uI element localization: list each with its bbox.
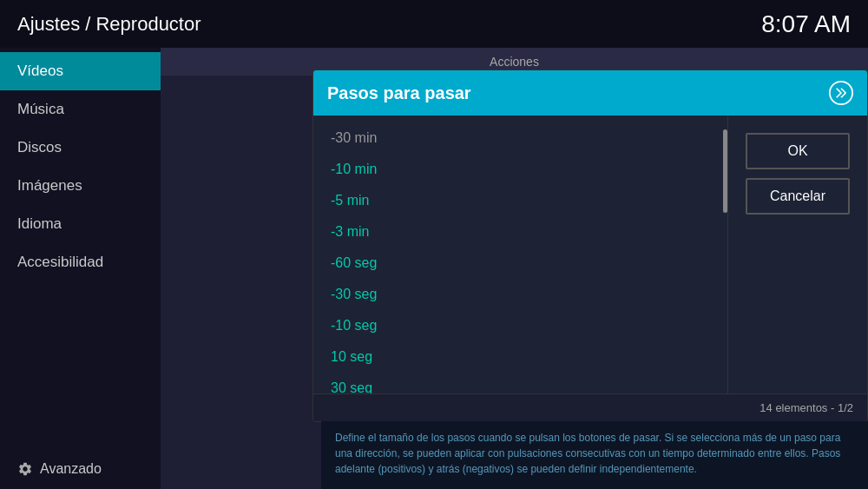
- sidebar-item-musica[interactable]: Música: [0, 90, 161, 129]
- sidebar-item-advanced[interactable]: Avanzado: [0, 449, 161, 489]
- list-item[interactable]: 30 seg: [313, 373, 727, 393]
- list-item[interactable]: -30 min: [313, 122, 727, 154]
- list-item[interactable]: -30 seg: [313, 279, 727, 310]
- header: Ajustes / Reproductor 8:07 AM: [0, 0, 868, 48]
- kodi-logo-icon[interactable]: [829, 81, 853, 105]
- advanced-label: Avanzado: [40, 461, 102, 477]
- main-layout: Vídeos Música Discos Imágenes Idioma Acc…: [0, 48, 868, 489]
- sidebar-item-discos[interactable]: Discos: [0, 129, 161, 167]
- sidebar-item-idioma[interactable]: Idioma: [0, 205, 161, 243]
- gear-icon: [17, 461, 33, 477]
- dialog-body: -30 min -10 min -5 min -3 min -60 seg: [313, 116, 867, 393]
- list-item[interactable]: -5 min: [313, 185, 727, 216]
- description-bar: Define el tamaño de los pasos cuando se …: [321, 421, 868, 489]
- ok-button[interactable]: OK: [746, 133, 850, 169]
- content-area: Acciones min, 10 min | -10 min, 750 ms A…: [161, 48, 868, 489]
- list-item[interactable]: -10 min: [313, 154, 727, 185]
- dialog-footer: 14 elementos - 1/2: [313, 393, 867, 421]
- dialog: Pasos para pasar -30 min -10 min: [312, 69, 868, 422]
- sidebar-item-accesibilidad[interactable]: Accesibilidad: [0, 243, 161, 281]
- list-item[interactable]: -10 seg: [313, 310, 727, 341]
- sidebar: Vídeos Música Discos Imágenes Idioma Acc…: [0, 48, 161, 489]
- buttons-panel: OK Cancelar: [728, 116, 867, 393]
- dialog-title: Pasos para pasar: [327, 83, 471, 103]
- list-panel[interactable]: -30 min -10 min -5 min -3 min -60 seg: [313, 116, 728, 393]
- dialog-header: Pasos para pasar: [313, 70, 867, 116]
- sidebar-item-imagenes[interactable]: Imágenes: [0, 167, 161, 205]
- sidebar-item-videos[interactable]: Vídeos: [0, 52, 161, 90]
- scroll-indicator: [723, 129, 727, 213]
- list-item[interactable]: -3 min: [313, 216, 727, 248]
- list-count: 14 elementos - 1/2: [760, 401, 853, 414]
- description-text: Define el tamaño de los pasos cuando se …: [335, 432, 840, 475]
- list-item[interactable]: 10 seg: [313, 341, 727, 373]
- cancel-button[interactable]: Cancelar: [746, 178, 850, 215]
- list-item[interactable]: -60 seg: [313, 248, 727, 279]
- clock: 8:07 AM: [761, 10, 851, 38]
- page-title: Ajustes / Reproductor: [17, 13, 201, 36]
